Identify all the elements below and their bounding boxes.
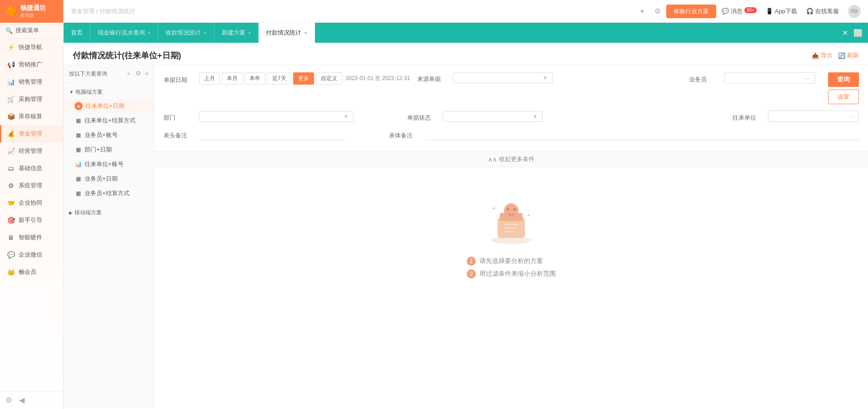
- filter-row-3: 表头备注 表体备注: [164, 128, 859, 140]
- wechat-icon: 💬: [7, 251, 15, 259]
- message-item[interactable]: 💬 消息 99+: [722, 7, 757, 15]
- message-label: 消息: [731, 7, 743, 15]
- settings-button[interactable]: 设置: [828, 90, 859, 104]
- cash-flow-tab-close[interactable]: ×: [148, 30, 150, 35]
- export-button[interactable]: 📤 导出: [812, 51, 833, 60]
- sidebar-item-purchase[interactable]: 🛒 采购管理: [0, 91, 63, 108]
- source-select[interactable]: ▼: [453, 72, 553, 83]
- filter-item-doc-status: 单据状态 ▼: [407, 111, 725, 122]
- scheme-item-vendor-settle[interactable]: ▦ 往来单位+结算方式: [64, 113, 154, 128]
- close-all-tabs-icon[interactable]: ✕: [842, 29, 848, 37]
- sidebar-item-quick-nav[interactable]: ⚡ 快捷导航: [0, 39, 63, 56]
- date-btn-this-year[interactable]: 本年: [244, 72, 265, 85]
- trial-button[interactable]: 体验行业方案: [666, 5, 716, 18]
- date-btn-custom[interactable]: 自定义: [316, 72, 342, 85]
- refresh-button[interactable]: 🔄 刷新: [838, 51, 859, 60]
- staff-input[interactable]: ···: [724, 72, 815, 84]
- hint-num-2: 2: [467, 269, 476, 278]
- sidebar-item-hardware[interactable]: 🖥 智能硬件: [0, 229, 63, 246]
- scheme-item-label: 往来单位+账号: [85, 160, 124, 168]
- svg-point-3: [504, 203, 519, 218]
- collection-tab-label: 收款情况统计: [165, 29, 201, 37]
- sidebar-item-sales[interactable]: 📊 销售管理: [0, 73, 63, 91]
- scheme-item-label: 往来单位+日期: [85, 102, 125, 110]
- scheme-item-dept-date[interactable]: ▦ 部门+日期: [64, 142, 154, 157]
- sidebar-item-vip[interactable]: 👑 畅会员: [0, 263, 63, 281]
- query-button[interactable]: 查询: [828, 72, 859, 87]
- collapse-sidebar-icon[interactable]: ◀: [19, 396, 25, 404]
- sidebar-item-label: 经营管理: [19, 147, 42, 155]
- message-badge: 99+: [744, 7, 757, 13]
- settings-footer-icon[interactable]: ⚙: [5, 396, 12, 404]
- new-plan-tab-close[interactable]: ×: [248, 30, 251, 35]
- sidebar-item-operation[interactable]: 📈 经营管理: [0, 142, 63, 160]
- enterprise-icon: 🤝: [7, 199, 15, 207]
- chevron-down-icon[interactable]: ▼: [639, 8, 645, 15]
- scheme-item-staff-settle[interactable]: ▦ 业务员+结算方式: [64, 186, 154, 201]
- tab-home[interactable]: 首页: [64, 23, 90, 43]
- cash-flow-tab-label: 现金银行流水查询: [98, 29, 145, 37]
- breadcrumb: 资金管理 / 付款情况统计: [71, 7, 634, 15]
- sidebar-item-wechat[interactable]: 💬 企业微信: [0, 246, 63, 263]
- sidebar-item-finance[interactable]: 💰 资金管理: [0, 125, 63, 142]
- online-service-item[interactable]: 🎧 在线客服: [806, 7, 839, 15]
- doc-status-select[interactable]: ▼: [443, 111, 543, 122]
- search-menu[interactable]: 🔍 搜索菜单: [0, 23, 63, 39]
- doc-status-label: 单据状态: [407, 111, 439, 122]
- body-note-label: 表体备注: [389, 129, 421, 140]
- tab-cash-flow[interactable]: 现金银行流水查询 ×: [90, 23, 158, 43]
- left-panel: 按以下方案查询 ＋ ⚙ « ▼ 电脑端方案 ● 往来单位+日期: [64, 65, 155, 408]
- sidebar-item-inventory[interactable]: 📦 库存核算: [0, 108, 63, 125]
- maximize-icon[interactable]: ⬜: [853, 29, 863, 37]
- finance-icon: 💰: [7, 130, 15, 138]
- date-btn-more[interactable]: 更多: [293, 72, 314, 85]
- sidebar-item-label: 库存核算: [19, 112, 42, 121]
- head-note-input[interactable]: [199, 128, 345, 140]
- scheme-item-label: 业务员+结算方式: [85, 189, 130, 197]
- sidebar-item-guide[interactable]: 🎯 新手引导: [0, 212, 63, 229]
- guide-icon: 🎯: [7, 216, 15, 224]
- scheme-item-staff-account[interactable]: ▦ 业务员+账号: [64, 128, 154, 142]
- page-title: 付款情况统计(往来单位+日期): [73, 50, 181, 61]
- body-note-input[interactable]: [424, 128, 859, 140]
- pc-group-arrow: ▼: [69, 90, 74, 95]
- collapse-more-button[interactable]: ∧∧ 收起更多条件: [155, 151, 868, 167]
- scheme-item-vendor-date[interactable]: ● 往来单位+日期: [64, 99, 154, 113]
- left-panel-title: 按以下方案查询: [69, 70, 107, 78]
- collection-tab-close[interactable]: ×: [204, 30, 206, 35]
- tab-payment-stat[interactable]: 付款情况统计 ×: [259, 23, 314, 43]
- main-content: 资金管理 / 付款情况统计 ▼ ⚙ 体验行业方案 💬 消息 99+ 📱 App下…: [64, 0, 868, 409]
- tab-new-plan[interactable]: 新建方案 ×: [215, 23, 259, 43]
- pc-group-title[interactable]: ▼ 电脑端方案: [64, 86, 154, 99]
- sidebar-item-enterprise[interactable]: 🤝 企业协同: [0, 194, 63, 212]
- sidebar-item-marketing[interactable]: 📢 营销推广: [0, 56, 63, 73]
- sidebar-item-label: 企业微信: [19, 251, 42, 259]
- vendor-input[interactable]: ···: [768, 111, 859, 122]
- dept-select[interactable]: ▼: [199, 111, 354, 122]
- top-header: 资金管理 / 付款情况统计 ▼ ⚙ 体验行业方案 💬 消息 99+ 📱 App下…: [64, 0, 868, 23]
- filter-row-2: 部门 ▼ 单据状态 ▼: [164, 111, 859, 122]
- date-btn-last-month[interactable]: 上月: [199, 72, 220, 85]
- scheme-item-staff-date[interactable]: ▦ 业务员+日期: [64, 172, 154, 186]
- user-initials: Rit: [851, 8, 858, 15]
- vendor-label: 往来单位: [733, 111, 764, 122]
- sidebar-item-system[interactable]: ⚙ 系统管理: [0, 177, 63, 194]
- date-btn-7days[interactable]: 近7天: [267, 72, 291, 85]
- mobile-group-title[interactable]: ▶ 移动端方案: [64, 206, 154, 219]
- user-avatar[interactable]: Rit: [848, 5, 861, 18]
- home-tab-label: 首页: [71, 29, 83, 37]
- vendor-settle-icon: ▦: [75, 117, 82, 124]
- tab-collection[interactable]: 收款情况统计 ×: [158, 23, 214, 43]
- collapse-panel-icon[interactable]: «: [145, 70, 149, 78]
- operation-icon: 📈: [7, 147, 15, 155]
- payment-stat-tab-close[interactable]: ×: [304, 30, 307, 35]
- vendor-dots: ···: [849, 113, 854, 120]
- scheme-item-vendor-account[interactable]: 📊 往来单位+账号: [64, 157, 154, 172]
- app-download-item[interactable]: 📱 App下载: [766, 7, 797, 15]
- sidebar-item-base-info[interactable]: 🗂 基础信息: [0, 160, 63, 177]
- add-scheme-icon[interactable]: ＋: [125, 70, 132, 78]
- date-btn-this-month[interactable]: 本月: [222, 72, 243, 85]
- staff-date-icon: ▦: [75, 175, 82, 182]
- gear-icon[interactable]: ⚙: [654, 7, 661, 15]
- settings-scheme-icon[interactable]: ⚙: [135, 70, 141, 78]
